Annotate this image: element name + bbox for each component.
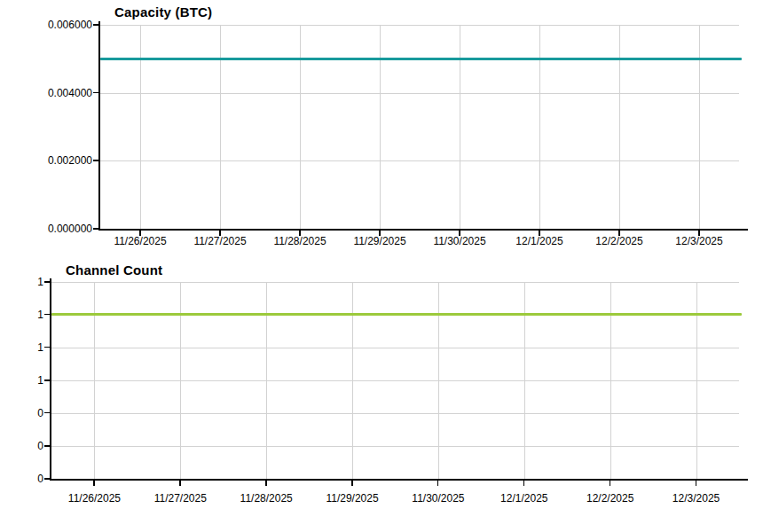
x-axis-tick bbox=[351, 481, 353, 486]
x-axis-tick bbox=[179, 481, 181, 486]
y-axis-tick-label: 1 bbox=[0, 375, 43, 386]
y-axis-line bbox=[50, 278, 51, 479]
x-axis-tick-label: 12/3/2025 bbox=[652, 493, 741, 504]
x-axis-tick-label: 11/30/2025 bbox=[394, 493, 483, 504]
gridline-vertical bbox=[524, 282, 525, 479]
x-axis-tick bbox=[610, 481, 611, 486]
gridline-horizontal bbox=[51, 380, 739, 381]
gridline-vertical bbox=[180, 282, 181, 479]
x-axis-tick-label: 11/28/2025 bbox=[222, 493, 311, 504]
y-axis-tick-label: 0 bbox=[0, 408, 43, 419]
channel-count-chart-title: Channel Count bbox=[66, 262, 162, 278]
x-axis-line bbox=[50, 479, 748, 481]
x-axis-tick bbox=[93, 481, 95, 486]
y-axis-tick-label: 0 bbox=[0, 473, 43, 484]
x-axis-tick-label: 12/2/2025 bbox=[566, 493, 655, 504]
gridline-vertical bbox=[352, 282, 353, 479]
x-axis-tick bbox=[437, 481, 439, 486]
x-axis-tick bbox=[696, 481, 697, 486]
x-axis-tick-label: 11/26/2025 bbox=[50, 493, 138, 504]
gridline-vertical bbox=[438, 282, 439, 479]
gridline-horizontal bbox=[51, 348, 739, 348]
x-axis-tick-label: 11/27/2025 bbox=[136, 493, 224, 504]
gridline-vertical bbox=[94, 282, 95, 479]
y-axis-tick-label: 1 bbox=[0, 309, 43, 320]
channel-count-plot-area: 111100011/26/202511/27/202511/28/202511/… bbox=[51, 282, 739, 479]
dual-chart-panel: Capacity (BTC) 0.0060000.0040000.0020000… bbox=[0, 0, 763, 532]
y-axis-tick-label: 0 bbox=[0, 441, 43, 451]
gridline-vertical bbox=[696, 282, 697, 479]
channel-count-chart: Channel Count 111100011/26/202511/27/202… bbox=[0, 0, 763, 532]
channel-count-series-line bbox=[51, 313, 742, 316]
x-axis-tick bbox=[523, 481, 525, 486]
x-axis-tick-label: 12/1/2025 bbox=[480, 493, 569, 504]
y-axis-tick-label: 1 bbox=[0, 277, 43, 287]
y-axis-tick-label: 1 bbox=[0, 342, 43, 353]
gridline-vertical bbox=[266, 282, 267, 479]
gridline-horizontal bbox=[51, 413, 739, 414]
x-axis-tick bbox=[265, 481, 267, 486]
gridline-horizontal bbox=[51, 282, 739, 283]
gridline-horizontal bbox=[51, 446, 739, 447]
x-axis-tick-label: 11/29/2025 bbox=[308, 493, 397, 504]
gridline-vertical bbox=[610, 282, 611, 479]
